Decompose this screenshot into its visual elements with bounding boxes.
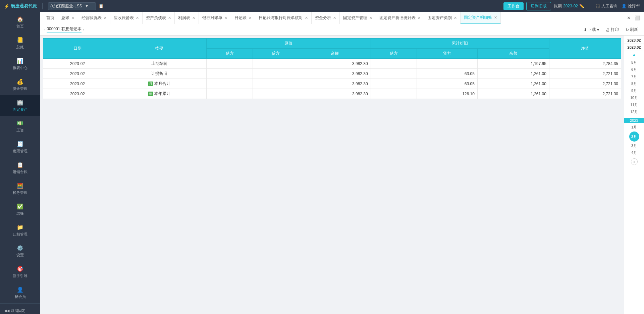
- top-bar-actions: 🎧 人工咨询 👤 徐泽华: [595, 3, 640, 9]
- breadcrumb-current: 000001 联想笔记本: [47, 26, 81, 33]
- cell-orig-credit: [253, 69, 299, 79]
- settlement-icon: ✅: [17, 203, 23, 210]
- tab-receivables[interactable]: 应收账龄表 ✕: [110, 12, 143, 24]
- sidebar-label-reports: 报表中心: [13, 65, 28, 70]
- row-tag: 月: [148, 82, 153, 86]
- tab-close-fixed-assets-detail[interactable]: ✕: [494, 15, 497, 20]
- print-button[interactable]: 🖨 打印: [604, 26, 621, 33]
- tab-close-profit[interactable]: ✕: [192, 16, 195, 20]
- avatar-icon: 👤: [622, 4, 627, 8]
- tab-home[interactable]: 首页: [43, 12, 58, 24]
- sidebar-item-fixed-assets[interactable]: 🏢 固定资产: [0, 95, 40, 116]
- tab-close-all-button[interactable]: ✕: [626, 15, 632, 21]
- tab-general-ledger[interactable]: 总账 ✕: [58, 12, 78, 24]
- right-panel-up-button[interactable]: ▲: [631, 52, 638, 57]
- main-content-wrapper: 日期 摘要 原值 累计折旧 净值 借方 贷方 余额 借方 贷方 余额: [40, 36, 644, 314]
- cell-acc-balance: 1,261.00: [477, 89, 549, 99]
- copy-icon[interactable]: 📋: [99, 4, 104, 8]
- edit-icon[interactable]: ✏️: [579, 4, 584, 8]
- sidebar-item-tax[interactable]: 🧮 税务管理: [0, 178, 40, 199]
- month-item-2023-2[interactable]: 2月: [629, 132, 639, 142]
- tab-close-depreciation-stats[interactable]: ✕: [418, 16, 421, 20]
- cell-orig-balance: 3,982.30: [299, 89, 371, 99]
- right-panel: 2023.02 2023.02 ▲ 5月 6月 7月 8月 9月 10月 11月…: [624, 36, 644, 314]
- home-icon: 🏠: [17, 16, 23, 22]
- tab-fixed-assets-mgmt[interactable]: 固定资产管理 ✕: [340, 12, 376, 24]
- breadcrumb-back-arrow[interactable]: ‹: [44, 28, 45, 32]
- sidebar-item-member[interactable]: 👤 畅会员: [0, 282, 40, 303]
- tab-fund-analysis[interactable]: 资金分析 ✕: [312, 12, 340, 24]
- tab-journal[interactable]: 日记账 ✕: [231, 12, 255, 24]
- sidebar-label-settlement: 结账: [16, 211, 24, 216]
- support-btn[interactable]: 🎧 人工咨询: [595, 3, 618, 9]
- sidebar-item-archive[interactable]: 📁 归档管理: [0, 220, 40, 241]
- tab-close-journal-bank[interactable]: ✕: [305, 16, 308, 20]
- tab-bar: 首页 总账 ✕ 经营状况表 ✕ 应收账龄表 ✕ 资产负债表 ✕ 利润表 ✕: [40, 12, 644, 24]
- workbench-button[interactable]: 工作台: [503, 2, 524, 10]
- tab-close-journal[interactable]: ✕: [249, 16, 252, 20]
- tab-close-fixed-assets-type[interactable]: ✕: [454, 16, 457, 20]
- tab-bank-statement[interactable]: 银行对账单 ✕: [199, 12, 231, 24]
- sidebar-item-invoice[interactable]: 🧾 发票管理: [0, 137, 40, 158]
- month-item-2023-3[interactable]: 3月: [624, 142, 644, 149]
- tab-balance-sheet[interactable]: 资产负债表 ✕: [143, 12, 175, 24]
- month-item-6[interactable]: 6月: [624, 66, 644, 73]
- tab-close-fund-analysis[interactable]: ✕: [333, 16, 336, 20]
- cell-acc-credit: 126.10: [417, 89, 477, 99]
- sidebar-label-archive: 归档管理: [13, 232, 28, 237]
- switch-version-button[interactable]: 切到旧版: [526, 2, 551, 10]
- sidebar-item-guide[interactable]: 🎯 新手引导: [0, 262, 40, 282]
- right-panel-circle-btn[interactable]: ○: [631, 158, 638, 165]
- month-item-2023-1[interactable]: 1月: [624, 124, 644, 131]
- tab-fixed-assets-type[interactable]: 固定资产类别 ✕: [424, 12, 461, 24]
- sidebar-item-reports[interactable]: 📊 报表中心: [0, 54, 40, 74]
- month-item-10[interactable]: 10月: [624, 94, 644, 101]
- tab-close-bank-statement[interactable]: ✕: [224, 16, 227, 20]
- page-header: ‹ 000001 联想笔记本 › ⬇ 下载 ▾ 🖨 打印: [40, 24, 644, 36]
- month-item-11[interactable]: 11月: [624, 101, 644, 108]
- cancel-fixed-button[interactable]: ◀◀ 取消固定: [3, 306, 38, 314]
- table-row: 2023-02 月本月合计 3,982.30 63.05 1,261.00 2,…: [43, 79, 621, 89]
- tab-depreciation-stats[interactable]: 固定资产折旧统计表 ✕: [376, 12, 424, 24]
- cell-orig-debit: [207, 89, 253, 99]
- cell-orig-credit: [253, 79, 299, 89]
- tab-close-balance-sheet[interactable]: ✕: [168, 16, 171, 20]
- cell-orig-debit: [207, 59, 253, 69]
- cell-summary: 年本年累计: [112, 89, 207, 99]
- cell-orig-debit: [207, 79, 253, 89]
- tab-close-receivables[interactable]: ✕: [136, 16, 139, 20]
- sidebar-item-home[interactable]: 🏠 首页: [0, 12, 40, 33]
- tab-maximize-button[interactable]: ⬜: [633, 15, 641, 21]
- month-item-2023-4[interactable]: 4月: [624, 149, 644, 156]
- month-item-8[interactable]: 8月: [624, 80, 644, 87]
- sidebar-item-payroll[interactable]: 💵 工资: [0, 116, 40, 137]
- app-logo: ⚡ 畅捷通易代账: [4, 3, 37, 9]
- tab-close-general-ledger[interactable]: ✕: [71, 16, 74, 20]
- download-icon: ⬇: [584, 28, 587, 32]
- user-menu[interactable]: 👤 徐泽华: [622, 3, 640, 9]
- tab-fixed-assets-detail[interactable]: 固定资产明细账 ✕: [461, 12, 501, 24]
- tab-business-status[interactable]: 经营状况表 ✕: [78, 12, 110, 24]
- company-selector[interactable]: (劝)江西服业-LSS ▼: [48, 2, 96, 10]
- month-item-7[interactable]: 7月: [624, 73, 644, 80]
- data-table: 日期 摘要 原值 累计折旧 净值 借方 贷方 余额 借方 贷方 余额: [43, 38, 621, 99]
- sidebar-item-general-ledger[interactable]: 📒 总账: [0, 33, 40, 54]
- month-item-9[interactable]: 9月: [624, 87, 644, 94]
- member-icon: 👤: [17, 286, 23, 293]
- tab-close-business-status[interactable]: ✕: [104, 16, 107, 20]
- cell-acc-debit: [371, 69, 417, 79]
- refresh-button[interactable]: ↻ 刷新: [624, 26, 640, 33]
- cell-summary: 上期结转: [112, 59, 207, 69]
- sidebar-item-settings[interactable]: ⚙️ 设置: [0, 241, 40, 262]
- tab-profit[interactable]: 利润表 ✕: [175, 12, 199, 24]
- sidebar-item-sales[interactable]: 📋 进销台账: [0, 158, 40, 178]
- sidebar-item-funds[interactable]: 💰 资金管理: [0, 74, 40, 95]
- month-item-5[interactable]: 5月: [624, 59, 644, 66]
- tab-journal-bank[interactable]: 日记账与银行对账单核对 ✕: [255, 12, 312, 24]
- month-item-12[interactable]: 12月: [624, 108, 644, 115]
- sidebar-label-sales: 进销台账: [13, 169, 28, 174]
- download-button[interactable]: ⬇ 下载 ▾: [582, 26, 601, 33]
- sidebar-item-settlement[interactable]: ✅ 结账: [0, 199, 40, 220]
- breadcrumb-forward-arrow[interactable]: ›: [83, 28, 84, 32]
- tab-close-fixed-assets-mgmt[interactable]: ✕: [369, 16, 372, 20]
